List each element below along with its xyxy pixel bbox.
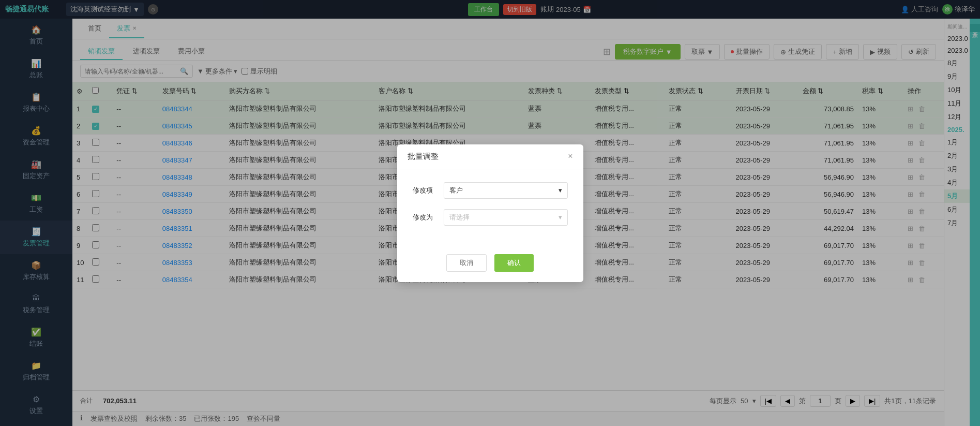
modal-overlay[interactable]: 批量调整 × 修改项 客户 ▾ 修改为 请选择 ▾ 取消 确认 bbox=[0, 0, 980, 426]
modal-footer: 取消 确认 bbox=[397, 249, 583, 282]
modify-value-row: 修改为 请选择 ▾ bbox=[413, 209, 568, 226]
modify-field-label: 修改项 bbox=[413, 186, 444, 195]
modal-title: 批量调整 bbox=[408, 152, 439, 161]
chevron-down-icon-2: ▾ bbox=[559, 213, 562, 221]
chevron-down-icon: ▾ bbox=[559, 186, 562, 194]
modal-header: 批量调整 × bbox=[397, 144, 583, 169]
batch-adjust-modal: 批量调整 × 修改项 客户 ▾ 修改为 请选择 ▾ 取消 确认 bbox=[397, 144, 583, 282]
modify-field-row: 修改项 客户 ▾ bbox=[413, 182, 568, 199]
field-value-text: 客户 bbox=[449, 186, 463, 195]
confirm-button[interactable]: 确认 bbox=[494, 254, 534, 272]
modify-value-label: 修改为 bbox=[413, 213, 444, 222]
modify-value-select[interactable]: 请选择 ▾ bbox=[444, 209, 568, 226]
modal-body: 修改项 客户 ▾ 修改为 请选择 ▾ bbox=[397, 169, 583, 249]
modal-close-btn[interactable]: × bbox=[568, 152, 572, 161]
value-placeholder-text: 请选择 bbox=[449, 213, 470, 222]
cancel-button[interactable]: 取消 bbox=[446, 254, 487, 272]
modify-field-select[interactable]: 客户 ▾ bbox=[444, 182, 568, 199]
